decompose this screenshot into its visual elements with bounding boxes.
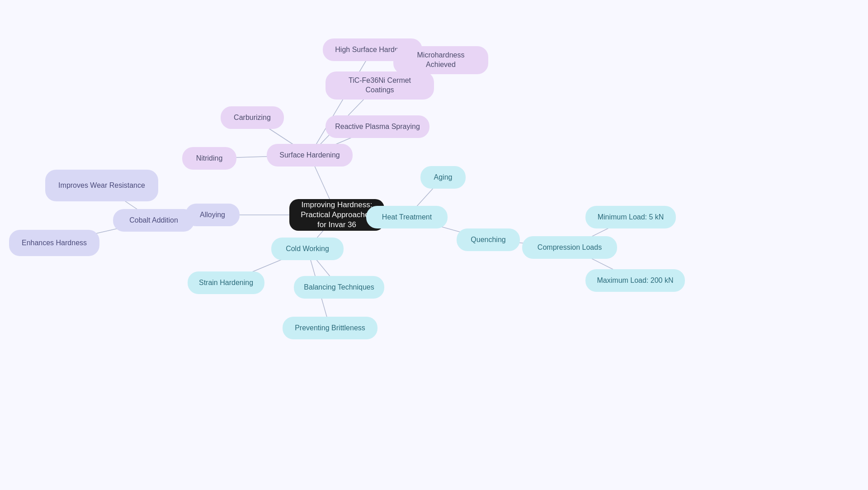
aging-node[interactable]: Aging: [420, 166, 466, 189]
tic-fe36ni-node[interactable]: TiC-Fe36Ni Cermet Coatings: [326, 71, 434, 100]
preventing-brittleness-node[interactable]: Preventing Brittleness: [283, 317, 377, 339]
reactive-plasma-node[interactable]: Reactive Plasma Spraying: [326, 115, 429, 138]
svg-line-4: [310, 50, 373, 155]
minimum-load-node[interactable]: Minimum Load: 5 kN: [585, 206, 676, 228]
compression-loads-node[interactable]: Compression Loads: [522, 236, 617, 259]
strain-hardening-node[interactable]: Strain Hardening: [188, 271, 264, 294]
improves-wear-node[interactable]: Improves Wear Resistance: [45, 170, 158, 201]
alloying-node[interactable]: Alloying: [185, 204, 240, 226]
quenching-node[interactable]: Quenching: [457, 228, 520, 251]
cold-working-node[interactable]: Cold Working: [271, 238, 344, 260]
surface-hardening-node[interactable]: Surface Hardening: [267, 144, 353, 167]
heat-treatment-node[interactable]: Heat Treatment: [366, 206, 448, 228]
nitriding-node[interactable]: Nitriding: [182, 147, 236, 170]
microhardness-achieved-node[interactable]: Microhardness Achieved: [393, 46, 488, 74]
enhances-hardness-node[interactable]: Enhances Hardness: [9, 230, 99, 256]
cobalt-addition-node[interactable]: Cobalt Addition: [113, 209, 194, 232]
balancing-techniques-node[interactable]: Balancing Techniques: [294, 276, 384, 299]
carburizing-node[interactable]: Carburizing: [221, 106, 284, 129]
maximum-load-node[interactable]: Maximum Load: 200 kN: [585, 269, 685, 292]
